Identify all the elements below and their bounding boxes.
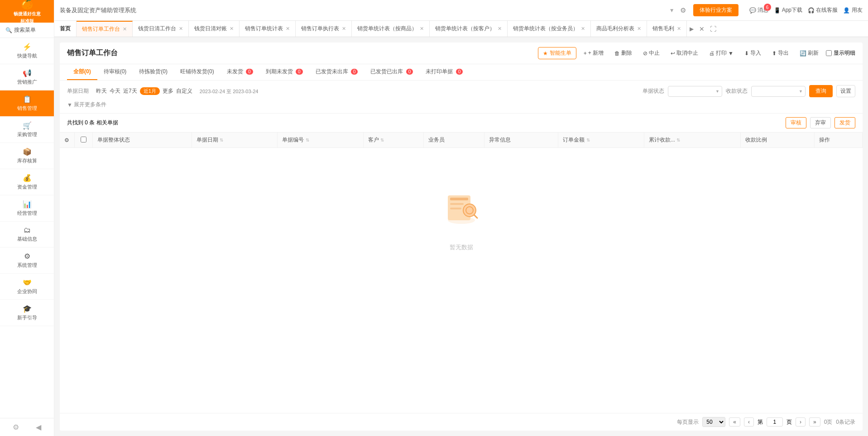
tab-cash-clear-close[interactable]: ✕ [179,26,183,32]
subtab-wangpu[interactable]: 旺铺待发货(0) [174,64,221,80]
tab-sales-amount[interactable]: 销售毛利 ✕ [647,21,687,37]
cancel-review-btn[interactable]: 弃审 [810,117,831,128]
paid-sort-icon[interactable]: ⇅ [676,137,680,142]
subtab-shipped-not-out[interactable]: 已发货未出库 0 [309,64,364,80]
tab-sales-exec[interactable]: 销售订单执行表 ✕ [296,21,352,37]
delete-btn[interactable]: 🗑 删除 [611,47,636,59]
app-download-btn[interactable]: 📱 App下载 [774,6,802,14]
collapse-icon[interactable]: ◀ [36,423,41,431]
export-btn[interactable]: ⬆ 导出 [768,47,792,59]
tab-cash-reconcile-close[interactable]: ✕ [230,26,234,32]
tab-resize[interactable]: ⛶ [707,21,719,37]
expand-conditions-btn[interactable]: ▼ 展开更多条件 [67,101,106,109]
print-btn[interactable]: 🖨 打印 ▼ [705,47,737,59]
sidebar-item-marketing[interactable]: 📢 营销推广 [0,64,54,90]
th-setting[interactable]: ⚙ [60,133,74,148]
th-amount[interactable]: 订单金额 ⇅ [558,133,644,148]
date-opt-custom[interactable]: 自定义 [176,87,192,95]
subtab-all[interactable]: 全部(0) [67,64,97,80]
solution-btn[interactable]: 体验行业方案 [693,4,739,16]
sidebar-item-basic[interactable]: 🗂 基础信息 [0,222,54,247]
subtab-shipped-out[interactable]: 已发货已出库 0 [364,64,419,80]
search-menu-label: 搜索菜单 [14,26,36,34]
subtab-pending-review[interactable]: 待审核(0) [97,64,133,80]
date-sort-icon[interactable]: ⇅ [220,137,223,142]
refresh-btn[interactable]: 🔄 刷新 [796,47,822,59]
tab-sale-stat-customer[interactable]: 销货单统计表（按客户） ✕ [430,21,508,37]
tab-goods-profit[interactable]: 商品毛利分析表 ✕ [591,21,647,37]
sidebar-item-quick-nav[interactable]: ⚡ 快捷导航 [0,38,54,64]
sidebar-item-sales[interactable]: 📋 销售管理 [0,90,54,117]
new-btn[interactable]: + + 新增 [580,47,607,59]
message-btn[interactable]: 💬 消息 6 [749,6,768,14]
sidebar-item-finance[interactable]: 💰 资金管理 [0,169,54,195]
review-btn[interactable]: 审核 [786,117,806,128]
chevron-down-icon[interactable]: ▼ [669,7,675,14]
th-customer[interactable]: 客户 ⇅ [364,133,424,148]
th-check[interactable] [74,133,92,148]
date-opt-1month[interactable]: 近1月 [140,87,160,95]
subtab-overdue[interactable]: 到期未发货 0 [259,64,309,80]
tab-close-all[interactable]: ✕ [696,21,707,37]
online-support-btn[interactable]: 🎧 在线客服 [808,6,838,14]
tab-cash-reconcile[interactable]: 钱货日清对账 ✕ [189,21,240,37]
tab-sale-stat-customer-close[interactable]: ✕ [498,26,502,32]
amount-sort-icon[interactable]: ⇅ [586,137,590,142]
th-paid[interactable]: 累计收款... ⇅ [644,133,740,148]
page-input[interactable] [767,417,783,427]
date-opt-more[interactable]: 更多 [163,87,173,95]
filter-settings-btn[interactable]: 设置 [836,85,855,97]
tab-sale-stat-staff-close[interactable]: ✕ [581,26,585,32]
user-btn[interactable]: 👤 用友 [843,6,863,14]
th-date[interactable]: 单据日期 ⇅ [192,133,278,148]
query-btn[interactable]: 查询 [809,85,833,97]
th-number[interactable]: 单据编号 ⇅ [278,133,364,148]
date-opt-today[interactable]: 今天 [110,87,120,95]
prev-page-btn[interactable]: ‹ [744,417,754,427]
tab-home[interactable]: 首页 [54,21,77,37]
tab-sales-stat[interactable]: 销售订单统计表 ✕ [240,21,296,37]
ship-btn[interactable]: 发货 [834,117,855,128]
sidebar-item-system[interactable]: ⚙ 系统管理 [0,247,54,274]
tab-sales-order-close[interactable]: ✕ [123,26,127,32]
subtab-not-printed[interactable]: 未打印单据 0 [419,64,469,80]
sidebar-item-operation[interactable]: 📊 经营管理 [0,195,54,222]
import-btn[interactable]: ⬇ 导入 [741,47,765,59]
page-size-select[interactable]: 50 10 20 100 [702,417,725,427]
tab-sales-amount-close[interactable]: ✕ [677,26,681,32]
ai-btn[interactable]: ★ 智能生单 [538,47,576,59]
settings-icon[interactable]: ⚙ [680,6,686,14]
first-page-btn[interactable]: « [729,417,740,427]
date-opt-7days[interactable]: 近7天 [123,87,137,95]
select-all-checkbox[interactable] [81,137,86,142]
subtab-pending-inspect[interactable]: 待拣验货(0) [133,64,174,80]
subtab-not-shipped[interactable]: 未发货 0 [221,64,259,80]
export-label: 导出 [778,49,789,57]
tab-sale-stat-staff[interactable]: 销货单统计表（按业务员） ✕ [508,21,591,37]
sidebar-item-guide[interactable]: 🎓 新手引导 [0,300,54,326]
show-detail-label[interactable]: 显示明细 [826,49,855,57]
sidebar-item-inventory[interactable]: 📦 库存核算 [0,143,54,169]
sidebar-item-corp[interactable]: 🤝 企业协同 [0,274,54,300]
date-opt-yesterday[interactable]: 昨天 [96,87,107,95]
stop-btn[interactable]: ⊘ 中止 [639,47,663,59]
tab-sales-order[interactable]: 销售订单工作台 ✕ [77,21,133,37]
bill-status-select[interactable] [668,86,722,97]
tab-sales-stat-close[interactable]: ✕ [286,26,290,32]
number-sort-icon[interactable]: ⇅ [306,137,309,142]
next-page-btn[interactable]: › [796,417,806,427]
tab-cash-clear[interactable]: 钱货日清工作台 ✕ [133,21,189,37]
show-detail-checkbox[interactable] [826,50,832,56]
cancel-stop-btn[interactable]: ↩ 取消中止 [667,47,702,59]
payment-status-select[interactable] [751,86,806,97]
search-menu[interactable]: 🔍 搜索菜单 [0,23,54,38]
tab-sale-stat-product-close[interactable]: ✕ [420,26,424,32]
settings-bottom-icon[interactable]: ⚙ [13,423,19,431]
customer-sort-icon[interactable]: ⇅ [380,137,384,142]
tab-goods-profit-close[interactable]: ✕ [637,26,641,32]
sidebar-item-purchase[interactable]: 🛒 采购管理 [0,117,54,143]
tab-sale-stat-product[interactable]: 销货单统计表（按商品） ✕ [352,21,430,37]
tab-sales-exec-close[interactable]: ✕ [342,26,346,32]
last-page-btn[interactable]: » [809,417,820,427]
tab-scroll-right[interactable]: ▶ [687,21,696,37]
